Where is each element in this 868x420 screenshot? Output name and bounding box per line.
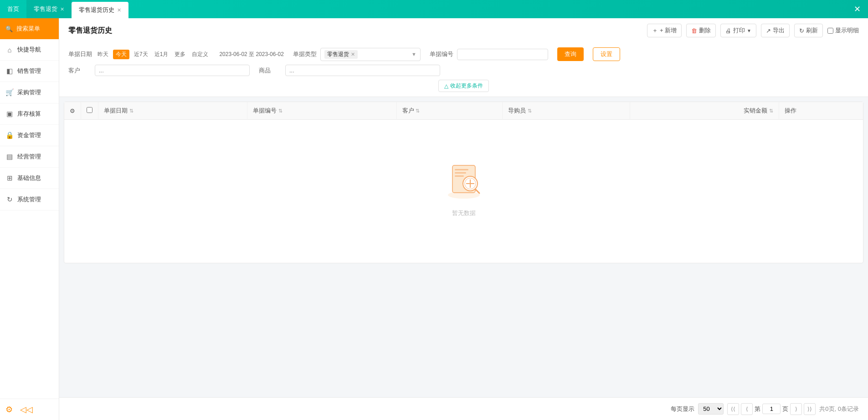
delete-button[interactable]: 🗑 删除 (686, 24, 716, 37)
shortcut-7days[interactable]: 近7天 (132, 50, 150, 59)
page-title: 零售退货历史 (68, 26, 112, 36)
collapse-icon: △ (444, 83, 448, 89)
th-action: 操作 (779, 102, 863, 120)
filter-row-1: 单据日期 昨天 今天 近7天 近1月 更多 自定义 2023-06-02 至 2… (68, 47, 859, 61)
last-page-btn[interactable]: ⟩⟩ (804, 403, 816, 415)
goods-filter-input[interactable] (285, 65, 440, 76)
sidebar-item-sys-mgmt[interactable]: ↻ 系统管理 (0, 189, 59, 210)
sidebar-search[interactable]: 🔍 搜索菜单 (0, 18, 59, 39)
toolbar: ＋ + 新增 🗑 删除 🖨 打印 ▼ ↗ 导出 ↻ (647, 24, 859, 37)
sidebar-item-sales-label: 销售管理 (17, 67, 41, 75)
page-total: 共0页, 0条记录 (819, 405, 859, 413)
table-header-row: ⚙ 单据日期 ⇅ 单据编号 ⇅ (64, 102, 863, 120)
th-checkbox[interactable] (81, 102, 98, 120)
sidebar-item-basic-info[interactable]: ⊞ 基础信息 (0, 168, 59, 189)
page-nav: ⟨⟨ ⟨ 第 1 页 ⟩ ⟩⟩ (727, 403, 816, 415)
shortcut-more[interactable]: 更多 (173, 50, 187, 59)
type-tag-value: 零售退货 (327, 51, 349, 58)
display-toggle-label: 显示明细 (835, 26, 859, 35)
window-close-btn[interactable]: ✕ (854, 4, 868, 14)
number-filter: 单据编号 (430, 49, 548, 60)
svg-rect-3 (455, 172, 466, 174)
filter-row-2: 客户 商品 (68, 65, 859, 76)
table-wrapper: ⚙ 单据日期 ⇅ 单据编号 ⇅ (64, 102, 863, 263)
shortcut-today[interactable]: 今天 (113, 50, 129, 59)
sidebar-item-finance[interactable]: 🔒 资金管理 (0, 125, 59, 146)
collapse-button[interactable]: △ 收起更多条件 (438, 80, 489, 92)
sidebar-item-basic-label: 基础信息 (17, 174, 41, 182)
th-guide-sort[interactable]: ⇅ (528, 108, 532, 113)
prev-page-btn[interactable]: ⟨ (741, 403, 753, 415)
finance-icon: 🔒 (5, 131, 14, 139)
th-date-sort[interactable]: ⇅ (129, 108, 134, 113)
sidebar-item-inventory[interactable]: ▣ 库存核算 (0, 103, 59, 125)
page-title-row: 零售退货历史 ＋ + 新增 🗑 删除 🖨 打印 ▼ ↗ 导出 (68, 24, 859, 37)
sidebar-item-quick-nav[interactable]: ⌂ 快捷导航 (0, 39, 59, 61)
tab-retail-return-close[interactable]: ✕ (60, 6, 64, 12)
settings-icon[interactable]: ⚙ (70, 108, 75, 114)
tab-home[interactable]: 首页 (0, 0, 26, 18)
refresh-label: 刷新 (806, 26, 818, 35)
sidebar: 🔍 搜索菜单 ⌂ 快捷导航 ◧ 销售管理 🛒 采购管理 ▣ 库存核算 🔒 资金管… (0, 18, 59, 420)
th-amount-sort[interactable]: ⇅ (769, 108, 773, 113)
tab-retail-return[interactable]: 零售退货 ✕ (26, 0, 72, 18)
customer-filter-input[interactable] (95, 65, 250, 76)
page-input[interactable]: 1 (762, 404, 781, 414)
print-button[interactable]: 🖨 打印 ▼ (720, 24, 756, 37)
basic-icon: ⊞ (5, 174, 14, 182)
th-customer-sort[interactable]: ⇅ (416, 108, 420, 113)
sidebar-item-quick-nav-label: 快捷导航 (17, 46, 41, 54)
select-all-checkbox[interactable] (87, 107, 92, 113)
sidebar-item-ops-mgmt[interactable]: ▤ 经营管理 (0, 146, 59, 168)
sidebar-item-inventory-label: 库存核算 (17, 110, 41, 118)
collapse-row: △ 收起更多条件 (68, 80, 859, 92)
first-page-btn[interactable]: ⟨⟨ (727, 403, 739, 415)
th-settings[interactable]: ⚙ (64, 102, 81, 120)
volume-icon[interactable]: ◁◁ (20, 405, 33, 415)
shortcut-custom[interactable]: 自定义 (190, 50, 210, 59)
type-select[interactable]: 零售退货 ✕ ▼ (320, 48, 421, 61)
search-icon: 🔍 (5, 26, 13, 32)
type-tag-remove[interactable]: ✕ (351, 51, 355, 57)
th-number-label: 单据编号 (253, 107, 277, 114)
shortcut-1month[interactable]: 近1月 (153, 50, 170, 59)
th-guide-label: 导购员 (508, 107, 526, 114)
refresh-button[interactable]: ↻ 刷新 (794, 24, 823, 37)
th-number-sort[interactable]: ⇅ (278, 108, 282, 113)
refresh-icon: ↻ (799, 27, 804, 34)
tab-home-label: 首页 (7, 5, 19, 13)
number-filter-input[interactable] (457, 49, 548, 60)
shortcut-yesterday[interactable]: 昨天 (96, 50, 110, 59)
print-label: 打印 (733, 26, 745, 35)
export-button[interactable]: ↗ 导出 (761, 24, 790, 37)
collapse-label: 收起更多条件 (450, 82, 483, 90)
sys-icon: ↻ (5, 195, 14, 204)
number-filter-label: 单据编号 (430, 50, 453, 58)
date-range-display: 2023-06-02 至 2023-06-02 (219, 51, 283, 58)
sidebar-item-finance-label: 资金管理 (17, 131, 41, 139)
main-content: 零售退货历史 ＋ + 新增 🗑 删除 🖨 打印 ▼ ↗ 导出 (59, 18, 868, 420)
th-amount-label: 实销金额 (744, 107, 767, 114)
set-button[interactable]: 设置 (593, 47, 620, 61)
page-header: 零售退货历史 ＋ + 新增 🗑 删除 🖨 打印 ▼ ↗ 导出 (59, 18, 868, 97)
export-icon: ↗ (766, 27, 771, 34)
table-area: ⚙ 单据日期 ⇅ 单据编号 ⇅ (64, 102, 863, 263)
next-page-btn[interactable]: ⟩ (790, 403, 802, 415)
display-toggle-checkbox[interactable] (827, 28, 833, 34)
svg-rect-4 (455, 175, 464, 177)
empty-text: 暂无数据 (452, 209, 476, 217)
sidebar-item-sales-mgmt[interactable]: ◧ 销售管理 (0, 61, 59, 82)
tab-retail-return-history-close[interactable]: ✕ (117, 7, 121, 13)
page-label: 第 (755, 405, 760, 413)
settings-icon[interactable]: ⚙ (5, 405, 13, 415)
query-button[interactable]: 查询 (557, 47, 584, 61)
th-date-label: 单据日期 (104, 107, 128, 114)
display-toggle[interactable]: 显示明细 (827, 26, 859, 35)
tab-retail-return-history[interactable]: 零售退货历史 ✕ (72, 2, 128, 18)
add-button[interactable]: ＋ + 新增 (647, 24, 682, 37)
th-number: 单据编号 ⇅ (247, 102, 396, 120)
per-page-select[interactable]: 50 10 20 100 (698, 403, 724, 415)
sidebar-item-purchase-mgmt[interactable]: 🛒 采购管理 (0, 82, 59, 103)
goods-filter-label: 商品 (259, 67, 282, 75)
delete-label: 删除 (699, 26, 711, 35)
